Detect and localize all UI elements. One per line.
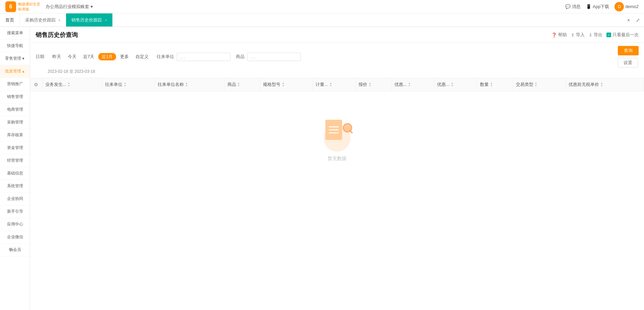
table-header-row: ⚙ 业务发生... ▲▼ 往来单位 ▲▼ — [30, 78, 644, 91]
sort-icon-discount1: ▲▼ — [408, 82, 411, 87]
sidebar-item-sales-mgmt[interactable]: 销售管理 — [0, 91, 30, 103]
sidebar-item-marketing[interactable]: 营销推广 — [0, 78, 30, 91]
tab-home[interactable]: 首页 — [0, 13, 20, 27]
sidebar: 搜索菜单 快捷导航 零售管理 ▼ 批发管理 ▲ 营销推广 销售管理 电商管理 采… — [0, 27, 30, 310]
sidebar-item-system[interactable]: 系统管理 — [0, 180, 30, 193]
query-button[interactable]: 查询 — [618, 46, 639, 55]
close-tab-purchase-icon[interactable]: × — [58, 18, 60, 22]
tabbar: 首页 采购历史价跟踪 × 销售历史价跟踪 × × ⤢ — [0, 13, 644, 27]
sidebar-item-retail[interactable]: 零售管理 ▼ — [0, 52, 30, 65]
sidebar-item-member[interactable]: 畅会员 — [0, 244, 30, 256]
chevron-up-icon: ▲ — [22, 69, 25, 73]
data-table: ⚙ 业务发生... ▲▼ 往来单位 ▲▼ — [30, 78, 644, 189]
date-option-yesterday[interactable]: 昨天 — [50, 53, 64, 60]
import-button[interactable]: ⇪ 导入 — [571, 32, 585, 38]
page-header-actions: ❓ 帮助 ⇪ 导入 ⇩ 导出 ✓ 只看最后一次 — [551, 32, 639, 38]
close-window-button[interactable]: × — [625, 17, 632, 23]
sort-icon-pretax-price: ▲▼ — [600, 82, 603, 87]
empty-icon — [320, 118, 354, 152]
topbar-right: 💬 消息 📱 App下载 D demo2 — [565, 2, 639, 11]
import-icon: ⇪ — [571, 33, 575, 38]
table-body: 暂无数据 — [30, 91, 644, 189]
empty-state: 暂无数据 — [30, 91, 644, 189]
col-spec[interactable]: 规格型号 ▲▼ — [260, 78, 313, 91]
col-unit[interactable]: 计量... ▲▼ — [313, 78, 356, 91]
app-icon: 📱 — [586, 4, 591, 9]
sidebar-item-wechat[interactable]: 企业微信 — [0, 231, 30, 244]
partner-label: 往来单位 — [157, 54, 174, 60]
sidebar-item-enterprise[interactable]: 企业协同 — [0, 193, 30, 205]
date-option-last1m[interactable]: 近1月 — [98, 53, 116, 60]
sort-icon-partner-code: ▲▼ — [124, 82, 126, 87]
col-trade-type[interactable]: 交易类型 ▲▼ — [513, 78, 566, 91]
page-title: 销售历史价查询 — [36, 31, 78, 39]
workspace-selector[interactable]: 办公用品行业模拟账套 ▾ — [43, 2, 96, 11]
date-option-custom[interactable]: 自定义 — [133, 53, 151, 60]
date-option-more[interactable]: 更多 — [117, 53, 131, 60]
close-tab-sales-icon[interactable]: × — [105, 18, 107, 22]
sidebar-item-ecommerce[interactable]: 电商管理 — [0, 103, 30, 116]
goods-label: 商品 — [236, 54, 245, 60]
tab-actions: × ⤢ — [623, 13, 644, 27]
sidebar-item-guide[interactable]: 新手引导 — [0, 205, 30, 218]
empty-line-3 — [329, 132, 339, 134]
logo-text: 畅捷通好生意 标准版 — [18, 2, 40, 11]
help-button[interactable]: ❓ 帮助 — [551, 32, 567, 38]
col-discount1[interactable]: 优惠... ▲▼ — [391, 78, 434, 91]
empty-cell: 暂无数据 — [30, 91, 644, 189]
empty-lines — [329, 126, 339, 134]
filter-row: 日期 昨天 今天 近7天 近1月 更多 自定义 往来单位 ... 商品 — [36, 46, 639, 67]
message-button[interactable]: 💬 消息 — [565, 4, 581, 10]
col-partner-name[interactable]: 往来单位名称 ▲▼ — [155, 78, 224, 91]
filter-bar: 日期 昨天 今天 近7天 近1月 更多 自定义 往来单位 ... 商品 — [30, 43, 644, 78]
partner-filter: 往来单位 ... — [157, 53, 230, 61]
user-menu[interactable]: D demo2 — [614, 2, 639, 11]
tab-purchase-history[interactable]: 采购历史价跟踪 × — [20, 13, 66, 27]
col-biz-date[interactable]: 业务发生... ▲▼ — [42, 78, 102, 91]
logo-icon: 6 — [5, 1, 16, 12]
app-download-button[interactable]: 📱 App下载 — [586, 4, 609, 10]
sidebar-item-finance[interactable]: 资金管理 — [0, 142, 30, 154]
col-quantity[interactable]: 数量 ▲▼ — [477, 78, 513, 91]
sidebar-item-basic-info[interactable]: 基础信息 — [0, 167, 30, 180]
empty-doc — [325, 120, 342, 140]
partner-input-dots: ... — [180, 54, 185, 59]
col-pretax-price[interactable]: 优惠前无税单价 ▲▼ — [566, 78, 644, 91]
settings-col-header[interactable]: ⚙ — [30, 78, 42, 91]
col-partner-code[interactable]: 往来单位 ▲▼ — [102, 78, 155, 91]
goods-input[interactable]: ... — [247, 53, 301, 61]
empty-row: 暂无数据 — [30, 91, 644, 189]
sort-icon-goods: ▲▼ — [237, 82, 240, 87]
col-quoted-price[interactable]: 报价 ▲▼ — [356, 78, 392, 91]
only-last-checkbox-label[interactable]: ✓ 只看最后一次 — [606, 32, 639, 38]
logo-area: 6 畅捷通好生意 标准版 — [5, 1, 40, 12]
col-goods[interactable]: 商品 ▲▼ — [224, 78, 260, 91]
filter-right: 查询 设置 — [618, 46, 639, 67]
goods-filter: 商品 ... — [236, 53, 301, 61]
sidebar-item-purchase-mgmt[interactable]: 采购管理 — [0, 116, 30, 129]
sort-icon-biz-date: ▲▼ — [67, 82, 70, 87]
sidebar-item-wholesale[interactable]: 批发管理 ▲ — [0, 65, 30, 78]
tab-sales-history[interactable]: 销售历史价跟踪 × — [66, 13, 112, 27]
setting-button[interactable]: 设置 — [618, 58, 638, 67]
sidebar-item-app-center[interactable]: 应用中心 — [0, 218, 30, 231]
date-option-today[interactable]: 今天 — [65, 53, 79, 60]
settings-icon[interactable]: ⚙ — [34, 82, 38, 87]
date-filter-label: 日期 — [36, 54, 44, 60]
topbar-left: 6 畅捷通好生意 标准版 办公用品行业模拟账套 ▾ — [5, 1, 96, 12]
partner-input[interactable]: ... — [177, 53, 230, 61]
message-icon: 💬 — [565, 4, 571, 9]
export-button[interactable]: ⇩ 导出 — [589, 32, 602, 38]
date-option-last7[interactable]: 近7天 — [80, 53, 97, 60]
empty-line-1 — [329, 126, 339, 127]
content: 销售历史价查询 ❓ 帮助 ⇪ 导入 ⇩ 导出 ✓ 只看最后一次 — [30, 27, 644, 310]
col-discount2[interactable]: 优惠... ▲▼ — [434, 78, 477, 91]
checkbox-only-last[interactable]: ✓ — [606, 33, 611, 37]
sidebar-item-operation[interactable]: 经营管理 — [0, 154, 30, 167]
maximize-window-button[interactable]: ⤢ — [635, 17, 641, 23]
main-layout: 搜索菜单 快捷导航 零售管理 ▼ 批发管理 ▲ 营销推广 销售管理 电商管理 采… — [0, 27, 644, 310]
sidebar-item-search[interactable]: 搜索菜单 — [0, 27, 30, 40]
sidebar-item-quick-nav[interactable]: 快捷导航 — [0, 40, 30, 52]
chevron-down-icon: ▼ — [22, 57, 25, 60]
sidebar-item-inventory[interactable]: 库存核算 — [0, 129, 30, 142]
